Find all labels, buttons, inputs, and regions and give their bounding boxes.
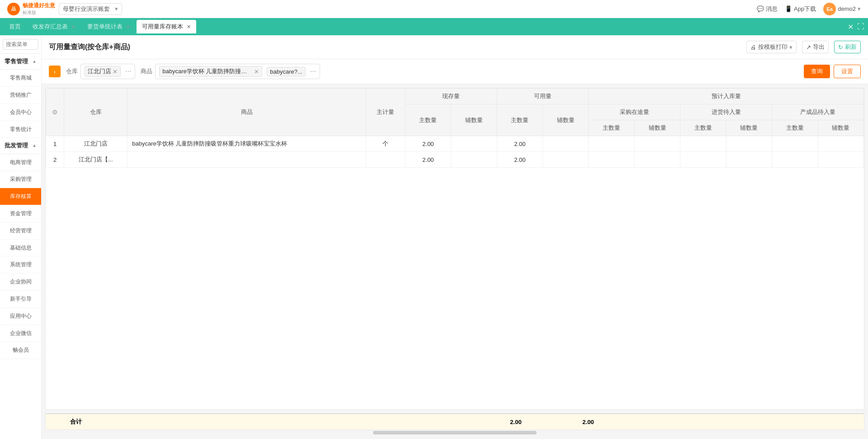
- chevron-up-icon: ▲: [32, 58, 37, 65]
- row-prod-main: [772, 136, 818, 152]
- refresh-button[interactable]: ↻ 刷新: [834, 41, 861, 53]
- tab-available-stock-label: 可用量库存账本: [142, 23, 183, 31]
- product-tag-1-value: babycare学饮杯 儿童防摔防撞吸管杯重力球吸嘴杯宝宝水杯: [162, 67, 253, 76]
- message-icon: 💬: [757, 5, 764, 12]
- print-button[interactable]: 🖨 按模板打印 ▾: [746, 41, 797, 53]
- product-input[interactable]: babycare学饮杯 儿童防摔防撞吸管杯重力球吸嘴杯宝宝水杯 ✕ babyca…: [155, 64, 320, 79]
- sidebar-item-purchase[interactable]: 采购管理: [0, 171, 41, 188]
- table-row: 2 江北门店【... 2.00 2.00: [46, 152, 864, 168]
- app-download-button[interactable]: 📱 App下载: [785, 5, 816, 13]
- row-stock-main: 2.00: [405, 152, 451, 168]
- scrollbar-thumb[interactable]: [373, 431, 537, 434]
- row-prod-aux: [818, 152, 863, 168]
- username-label: demo2: [838, 5, 856, 12]
- sidebar-item-enterprise[interactable]: 企业协同: [0, 274, 41, 291]
- sidebar-item-system[interactable]: 系统管理: [0, 256, 41, 274]
- sidebar-retail-label: 零售管理: [5, 57, 28, 66]
- tab-available-stock-close[interactable]: ✕: [187, 24, 191, 30]
- product-tag-1-remove[interactable]: ✕: [254, 68, 259, 75]
- col-arr-aux-th: 辅数量: [726, 120, 772, 136]
- warehouse-tag-remove[interactable]: ✕: [113, 68, 118, 75]
- print-dropdown-icon: ▾: [789, 44, 793, 51]
- row-pur-aux: [634, 152, 680, 168]
- row-prod-main: [772, 152, 818, 168]
- sidebar-item-members[interactable]: 会员中心: [0, 104, 41, 121]
- tab-order-stats[interactable]: 要货单统计表 ✕: [82, 20, 136, 33]
- app-label: App下载: [794, 5, 816, 13]
- industry-selector[interactable]: 母婴行业演示账套 ▾: [59, 3, 122, 15]
- tab-stock-summary-close[interactable]: ✕: [71, 24, 75, 30]
- app-icon: 📱: [785, 5, 792, 12]
- row-warehouse: 江北门店: [64, 136, 127, 152]
- col-stock-main-th: 主数量: [405, 104, 451, 136]
- gear-icon[interactable]: ⚙: [52, 109, 58, 116]
- page-header: 可用量查询(按仓库+商品) 🖨 按模板打印 ▾ ↗ 导出 ↻ 刷新: [42, 35, 868, 59]
- sidebar-item-marketing[interactable]: 营销推广: [0, 87, 41, 104]
- col-pur-aux-th: 辅数量: [634, 120, 680, 136]
- group-incoming: 预计入库量: [589, 89, 864, 104]
- sidebar-item-retail-stats[interactable]: 零售统计: [0, 121, 41, 138]
- search-input[interactable]: [3, 39, 38, 50]
- warehouse-tag-value: 江北门店: [88, 67, 111, 76]
- filter-toggle-button[interactable]: ›: [49, 66, 61, 77]
- horizontal-scrollbar[interactable]: [45, 430, 864, 435]
- product-more-icon[interactable]: ···: [310, 67, 316, 76]
- sidebar-item-basic-info[interactable]: 基础信息: [0, 240, 41, 257]
- top-bar-right: 💬 消息 📱 App下载 Ea demo2 ▾: [757, 3, 861, 15]
- nav-tabs: 首页 收发存汇总表 ✕ 要货单统计表 ✕ 可用量库存账本 ✕ ✕ ⛶: [0, 18, 868, 35]
- nav-controls: ✕ ⛶: [848, 23, 864, 31]
- user-menu[interactable]: Ea demo2 ▾: [823, 3, 861, 15]
- sidebar-item-retail-mall[interactable]: 零售商城: [0, 70, 41, 87]
- col-unit-th: 主计量: [366, 89, 405, 136]
- tab-home[interactable]: 首页: [4, 20, 26, 33]
- row-arr-main: [680, 152, 726, 168]
- maximize-button[interactable]: ⛶: [857, 23, 864, 31]
- avatar: Ea: [823, 3, 836, 15]
- chevron-up-icon-2: ▲: [32, 142, 37, 149]
- sidebar-item-ecommerce[interactable]: 电商管理: [0, 154, 41, 171]
- export-button[interactable]: ↗ 导出: [802, 41, 829, 53]
- refresh-label: 刷新: [845, 43, 857, 51]
- print-icon: 🖨: [750, 44, 756, 51]
- row-arr-aux: [726, 136, 772, 152]
- message-button[interactable]: 💬 消息: [757, 5, 778, 13]
- tab-order-stats-close[interactable]: ✕: [126, 24, 130, 30]
- query-button[interactable]: 查询: [804, 65, 830, 78]
- tab-available-stock[interactable]: 可用量库存账本 ✕: [137, 20, 196, 33]
- sidebar: 零售管理 ▲ 零售商城 营销推广 会员中心 零售统计 批发管理 ▲ 电商管理 采…: [0, 35, 42, 439]
- tab-order-stats-label: 要货单统计表: [87, 23, 123, 31]
- print-label: 按模板打印: [758, 43, 788, 51]
- sidebar-item-inventory[interactable]: 库存核算: [0, 188, 41, 205]
- sidebar-item-member[interactable]: 畅会员: [0, 342, 41, 359]
- row-num: 2: [46, 152, 64, 168]
- summary-stock-main: 2.00: [498, 419, 534, 425]
- sidebar-item-wechat[interactable]: 企业微信: [0, 325, 41, 342]
- summary-label: 合计: [66, 418, 462, 426]
- row-product: [127, 152, 366, 168]
- sidebar-item-finance[interactable]: 资金管理: [0, 205, 41, 222]
- sidebar-item-guide[interactable]: 新手引导: [0, 291, 41, 308]
- more-options-icon[interactable]: ···: [125, 67, 131, 76]
- sidebar-item-operations[interactable]: 经营管理: [0, 222, 41, 240]
- col-stock-aux-th: 辅数量: [451, 104, 497, 136]
- row-arr-aux: [726, 152, 772, 168]
- page-actions: 🖨 按模板打印 ▾ ↗ 导出 ↻ 刷新: [746, 41, 861, 53]
- tab-stock-summary[interactable]: 收发存汇总表 ✕: [27, 20, 81, 33]
- settings-button[interactable]: 设置: [834, 65, 861, 78]
- top-bar: 品 畅捷通好生意 标准版 母婴行业演示账套 ▾ 💬 消息 📱 App下载 Ea …: [0, 0, 868, 18]
- sidebar-item-app-center[interactable]: 应用中心: [0, 308, 41, 325]
- sidebar-item-retail-mgmt[interactable]: 零售管理 ▲: [0, 54, 41, 70]
- export-label: 导出: [813, 43, 825, 51]
- group-available: 可用量: [497, 89, 589, 104]
- filter-actions: 查询 设置: [804, 65, 861, 78]
- row-avail-main: 2.00: [497, 152, 542, 168]
- col-avail-aux-th: 辅数量: [543, 104, 589, 136]
- col-arr-main-th: 主数量: [680, 120, 726, 136]
- row-avail-aux: [543, 136, 589, 152]
- close-all-tabs-button[interactable]: ✕: [848, 23, 854, 31]
- table-wrapper: ⚙ 仓库 商品 主计量 现存量 可用量 预计入库量 主数量 辅数量 主数量 辅数…: [45, 88, 864, 410]
- warehouse-input[interactable]: 江北门店 ✕ ···: [80, 64, 135, 79]
- sidebar-item-wholesale-mgmt[interactable]: 批发管理 ▲: [0, 138, 41, 154]
- product-filter: 商品 babycare学饮杯 儿童防摔防撞吸管杯重力球吸嘴杯宝宝水杯 ✕ bab…: [141, 64, 320, 79]
- row-product: babycare学饮杯 儿童防摔防撞吸管杯重力球吸嘴杯宝宝水杯: [127, 136, 366, 152]
